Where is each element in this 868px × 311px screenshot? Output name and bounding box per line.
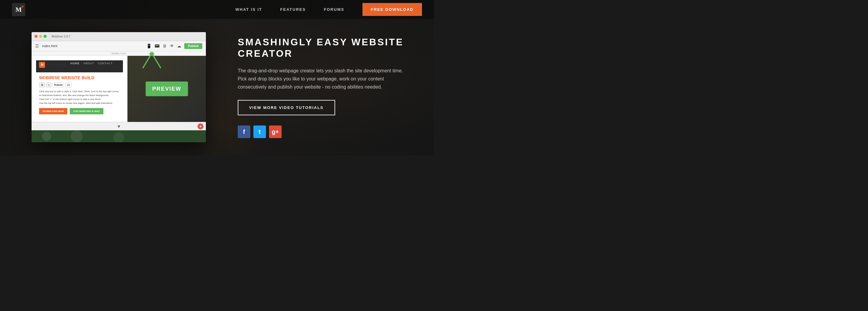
app-inner-right: PREVIEW [127,56,206,122]
social-icons: f t g+ [238,126,416,138]
mobile-view-label: Mobile View [32,51,206,56]
gear-icon: ✳ [21,4,24,9]
inner-nav: M MOBIRISE HOME ABOUT CONTACT [36,60,123,72]
nav-what-is-it[interactable]: WHAT IS IT [235,7,262,12]
nav-links: WHAT IS IT FEATURES FORUMS FREE DOWNLOAD [235,3,422,16]
app-editor-toolbar: B I Roboto 21 [39,82,120,88]
app-inner-buttons: DOWNLOAD NOW FOR WINDOWS & MAC [39,108,120,114]
inner-nav-about[interactable]: ABOUT [83,62,94,71]
nav-features[interactable]: FEATURES [280,7,306,12]
chevron-down-icon: ▼ [117,124,121,129]
inner-logo-m: M [41,63,43,66]
inner-nav-contact[interactable]: CONTACT [98,62,113,71]
toolbar-icons: 📱 📟 🖥 👁 ☁ Publish [146,43,202,49]
window-controls [35,35,46,38]
google-plus-icon[interactable]: g+ [269,126,282,138]
bold-btn[interactable]: B [39,82,45,88]
main-heading: SMASHINGLY EASY WEBSITE CREATOR [238,36,416,60]
app-titlebar: Mobirise 2.8.7 [32,32,206,41]
window-title: Mobirise 2.8.7 [49,35,203,38]
inner-nav-home[interactable]: HOME [70,62,80,71]
windows-mac-button[interactable]: FOR WINDOWS & MAC [70,108,103,114]
main-content: Mobirise 2.8.7 ☰ index.html 📱 📟 🖥 👁 ☁ Pu… [0,19,434,156]
tablet-icon[interactable]: 📟 [154,43,160,48]
app-inner-heading: MOBIRISE WEBSITE BUILD [39,75,120,80]
desktop-icon[interactable]: 🖥 [163,43,167,48]
tutorials-button[interactable]: VIEW MORE VIDEO TUTORIALS [238,100,335,115]
publish-button[interactable]: Publish [184,43,202,49]
maximize-dot [43,35,46,38]
close-dot [35,35,37,38]
free-download-button[interactable]: FREE DOWNLOAD [363,3,422,16]
font-select[interactable]: Roboto [53,82,64,88]
app-inner-description: Click any text to edit or style it. Clic… [39,90,120,105]
left-panel: Mobirise 2.8.7 ☰ index.html 📱 📟 🖥 👁 ☁ Pu… [0,26,226,148]
preview-button[interactable]: PREVIEW [146,81,188,96]
app-toolbar: ☰ index.html 📱 📟 🖥 👁 ☁ Publish [32,41,206,51]
eye-icon[interactable]: 👁 [170,43,174,48]
nav-forums[interactable]: FORUMS [324,7,344,12]
inner-logo-box: M [39,62,45,68]
svg-point-6 [71,130,83,142]
logo-box: M ✳ [12,3,25,16]
svg-point-5 [42,132,51,141]
minimize-dot [39,35,42,38]
filename-label: index.html [42,44,143,48]
italic-btn[interactable]: I [46,82,52,88]
app-content: M MOBIRISE HOME ABOUT CONTACT MOBIRISE W… [32,56,206,122]
hamburger-icon[interactable]: ☰ [35,43,39,48]
mobile-icon[interactable]: 📱 [146,43,152,48]
app-window: Mobirise 2.8.7 ☰ index.html 📱 📟 🖥 👁 ☁ Pu… [32,32,206,143]
twitter-icon[interactable]: t [253,126,266,138]
inner-logo: M MOBIRISE [39,62,66,68]
right-panel: SMASHINGLY EASY WEBSITE CREATOR The drag… [226,30,434,144]
add-block-button[interactable]: + [197,124,204,129]
logo[interactable]: M ✳ [12,3,25,16]
app-image-strip [32,130,206,142]
app-bottom-bar: ▼ + [32,122,206,130]
cloud-icon: ☁ [177,43,181,48]
navbar: M ✳ WHAT IS IT FEATURES FORUMS FREE DOWN… [0,0,434,19]
inner-brand-label: MOBIRISE [47,63,66,66]
facebook-icon[interactable]: f [238,126,250,138]
main-description: The drag-and-drop webpage creator lets y… [238,67,406,91]
size-select[interactable]: 21 [65,82,71,88]
app-inner-left: M MOBIRISE HOME ABOUT CONTACT MOBIRISE W… [32,56,127,122]
download-now-button[interactable]: DOWNLOAD NOW [39,108,67,114]
